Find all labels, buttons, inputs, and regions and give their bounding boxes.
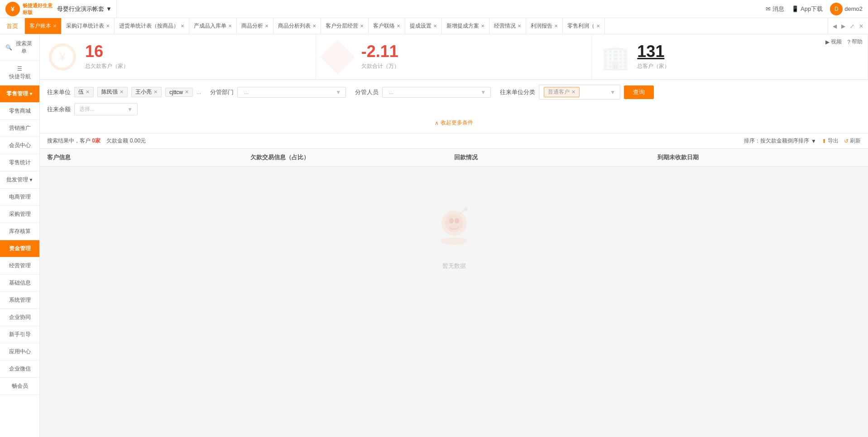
- sidebar-item-retail-stats[interactable]: 零售统计: [0, 154, 39, 171]
- sidebar-item-retail-store[interactable]: 零售商城: [0, 103, 39, 120]
- filter-area: 往来单位 伍 ✕ 陈民强 ✕ 王小亮 ✕ cjttcw ✕ ...: [40, 80, 868, 133]
- collapse-button[interactable]: ∧ 收起更多条件: [435, 119, 473, 127]
- message-icon: ✉: [766, 5, 771, 12]
- tab-product-analysis[interactable]: 商品分析 ✕: [237, 18, 273, 34]
- close-icon[interactable]: ✕: [312, 24, 316, 28]
- sidebar-item-ecommerce[interactable]: 电商管理: [0, 189, 39, 206]
- refresh-button[interactable]: ↺ 刷新: [844, 137, 861, 145]
- tab-retail-profit[interactable]: 零售利润（ ✕: [563, 18, 605, 34]
- result-actions: 排序：按欠款金额倒序排序 ▼ ⬆ 导出 ↺ 刷新: [744, 137, 861, 145]
- sidebar-item-basic-info[interactable]: 基础信息: [0, 275, 39, 292]
- sidebar-item-member-center[interactable]: 会员中心: [0, 137, 39, 154]
- col-customer-info: 客户信息: [47, 153, 250, 162]
- stat-owe-number: -2.11: [361, 43, 399, 60]
- close-icon[interactable]: ✕: [596, 24, 600, 28]
- tab-purchase-stats[interactable]: 进货单统计表（按商品） ✕: [115, 18, 189, 34]
- dept-chevron-down-icon: ▼: [336, 89, 341, 95]
- tab-purchase-order[interactable]: 采购订单统计表 ✕: [62, 18, 115, 34]
- remove-unit-class-button[interactable]: ✕: [571, 89, 575, 95]
- dept-select[interactable]: ... ▼: [237, 87, 346, 98]
- nav-close-all-button[interactable]: ✕: [857, 22, 865, 30]
- person-select[interactable]: ... ▼: [382, 87, 491, 98]
- messages-button[interactable]: ✉ 消息: [766, 5, 784, 13]
- tab-profit-report[interactable]: 利润报告 ✕: [526, 18, 563, 34]
- sidebar-item-marketing[interactable]: 营销推广: [0, 120, 39, 137]
- search-menu-button[interactable]: 🔍 搜索菜单: [4, 38, 36, 57]
- stats-actions: ▶ 视频 ? 帮助: [825, 38, 863, 46]
- sidebar-quick-nav[interactable]: ☰ 快捷导航: [0, 61, 39, 86]
- filter-tag-wang: 王小亮 ✕: [131, 87, 162, 97]
- user-menu[interactable]: D demo2: [830, 3, 863, 15]
- sidebar-item-inventory[interactable]: 库存核算: [0, 223, 39, 240]
- close-icon[interactable]: ✕: [518, 24, 521, 28]
- sidebar-item-vip-member[interactable]: 畅会员: [0, 378, 39, 395]
- sidebar-item-purchase[interactable]: 采购管理: [0, 206, 39, 223]
- remove-chen-tag-button[interactable]: ✕: [120, 89, 124, 95]
- stats-bar: ¥ 16 总欠款客户（家） -2.11 欠款合计（万） 🏢: [40, 34, 868, 80]
- dept-dots[interactable]: ...: [244, 89, 249, 95]
- person-dots[interactable]: ...: [389, 89, 393, 95]
- tab-customer-segment[interactable]: 客户分层经营 ✕: [321, 18, 369, 34]
- query-button[interactable]: 查询: [624, 86, 654, 99]
- sidebar-item-finance[interactable]: 资金管理: [0, 240, 39, 257]
- result-customer-count: 0家: [92, 138, 101, 144]
- close-icon[interactable]: ✕: [433, 24, 437, 28]
- more-tags-button[interactable]: ...: [197, 89, 201, 95]
- empty-icon: [432, 203, 477, 256]
- tab-new-plan[interactable]: 新增提成方案 ✕: [442, 18, 489, 34]
- close-icon[interactable]: ✕: [53, 24, 57, 28]
- balance-chevron-down-icon: ▼: [127, 106, 133, 113]
- unit-class-select[interactable]: 普通客户 ✕ ▼: [539, 85, 620, 100]
- nav-prev-button[interactable]: ◀: [831, 22, 839, 30]
- nav-next-button[interactable]: ▶: [839, 22, 847, 30]
- app-download-button[interactable]: 📱 App下载: [791, 5, 823, 13]
- close-icon[interactable]: ✕: [481, 24, 484, 28]
- close-icon[interactable]: ✕: [181, 24, 184, 28]
- sidebar-item-enterprise-wechat[interactable]: 企业微信: [0, 361, 39, 378]
- stat-total-label: 总客户（家）: [637, 62, 670, 70]
- help-button[interactable]: ? 帮助: [847, 38, 863, 46]
- empty-state: 暂无数据: [40, 166, 868, 306]
- close-icon[interactable]: ✕: [228, 24, 232, 28]
- sidebar-item-retail-management[interactable]: 零售管理 ▼: [0, 86, 39, 103]
- tab-product-entry[interactable]: 产成品入库单 ✕: [189, 18, 237, 34]
- balance-select[interactable]: 选择... ▼: [74, 103, 138, 115]
- empty-text: 暂无数据: [442, 262, 466, 270]
- table-header: 客户信息 欠款交易信息（占比） 回款情况 到期未收款日期: [40, 149, 868, 166]
- tab-operation[interactable]: 经营情况 ✕: [489, 18, 526, 34]
- export-button[interactable]: ⬆ 导出: [822, 137, 839, 145]
- tab-customer-contact[interactable]: 客户联络 ✕: [369, 18, 405, 34]
- sidebar-item-app-center[interactable]: 应用中心: [0, 343, 39, 361]
- close-icon[interactable]: ✕: [265, 24, 269, 28]
- sidebar-item-wholesale[interactable]: 批发管理 ▼: [0, 171, 39, 189]
- close-icon[interactable]: ✕: [106, 24, 110, 28]
- remove-cjttcw-tag-button[interactable]: ✕: [185, 89, 189, 95]
- chevron-down-icon: ▼: [29, 91, 34, 96]
- sidebar-item-operation[interactable]: 经营管理: [0, 257, 39, 275]
- remove-unit-tag-button[interactable]: ✕: [86, 89, 90, 95]
- search-icon: 🔍: [5, 44, 12, 51]
- video-button[interactable]: ▶ 视频: [825, 38, 842, 46]
- avatar: D: [830, 3, 843, 15]
- close-icon[interactable]: ✕: [554, 24, 558, 28]
- sidebar-item-system[interactable]: 系统管理: [0, 292, 39, 309]
- svg-point-0: [441, 238, 468, 245]
- main-layout: 🔍 搜索菜单 ☰ 快捷导航 零售管理 ▼ 零售商城 营销推广 会员中心 零售统计: [0, 34, 868, 437]
- tab-settings[interactable]: 提成设置 ✕: [405, 18, 442, 34]
- stat-total-number: 131: [637, 43, 670, 60]
- close-icon[interactable]: ✕: [360, 24, 364, 28]
- filter-tag-chen: 陈民强 ✕: [97, 87, 128, 97]
- tab-home[interactable]: 首页: [0, 18, 25, 34]
- sidebar-item-enterprise-collab[interactable]: 企业协同: [0, 309, 39, 326]
- nav-expand-button[interactable]: ⤢: [848, 22, 856, 30]
- chevron-down-icon: ▼: [29, 177, 34, 182]
- close-icon[interactable]: ✕: [397, 24, 400, 28]
- sort-select[interactable]: 排序：按欠款金额倒序排序 ▼: [744, 137, 816, 145]
- download-icon: 📱: [791, 5, 799, 12]
- sidebar-item-new-user-guide[interactable]: 新手引导: [0, 326, 39, 343]
- store-selector[interactable]: 母婴行业演示帐套 ▼: [53, 0, 117, 18]
- tab-product-analysis-list[interactable]: 商品分析列表 ✕: [273, 18, 321, 34]
- remove-wang-tag-button[interactable]: ✕: [153, 89, 158, 95]
- tab-customer-account[interactable]: 客户账本 ✕: [25, 18, 62, 34]
- nav-icon: ☰: [17, 66, 22, 72]
